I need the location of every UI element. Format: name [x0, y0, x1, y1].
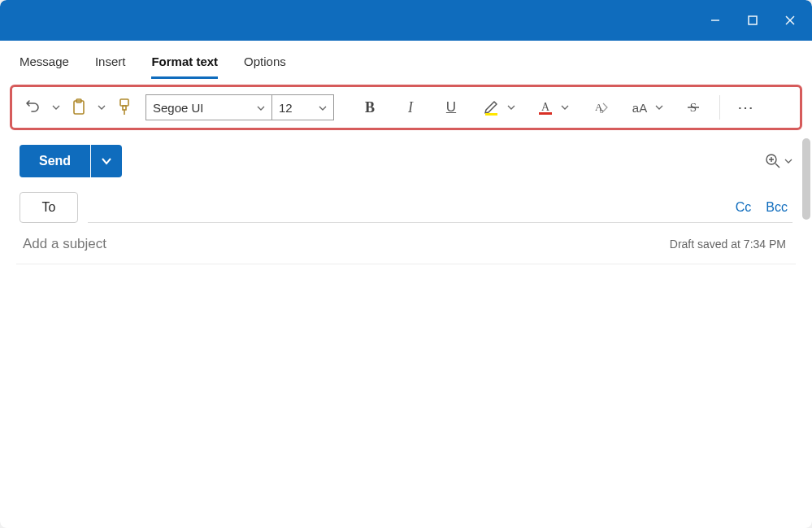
minimize-button[interactable] [697, 6, 734, 35]
undo-dropdown[interactable] [50, 94, 63, 120]
font-color-button[interactable]: A [532, 94, 558, 120]
svg-line-17 [775, 164, 779, 168]
titlebar [0, 0, 812, 41]
svg-text:A: A [541, 101, 550, 113]
to-input-line[interactable]: Cc Bcc [88, 192, 792, 223]
compose-area: Send To Cc Bcc Draft saved at 7:34 PM [0, 132, 812, 528]
subject-row: Draft saved at 7:34 PM [16, 223, 796, 264]
format-painter-icon [117, 98, 132, 116]
chevron-down-icon [98, 103, 106, 111]
ribbon-tabs: Message Insert Format text Options [0, 41, 812, 80]
strikethrough-icon: S [685, 99, 701, 116]
send-split-button: Send [20, 145, 122, 177]
ribbon-overflow-button[interactable]: ⋯ [733, 94, 759, 120]
clear-formatting-icon: Ab [589, 99, 609, 116]
recipients-row: To Cc Bcc [13, 187, 799, 223]
font-color-icon: A [536, 98, 554, 116]
chevron-down-icon [655, 103, 663, 111]
maximize-icon [747, 15, 758, 26]
bold-button[interactable]: B [357, 94, 383, 120]
scrollbar[interactable] [802, 138, 810, 220]
text-style-group: B I U A Ab [357, 94, 706, 120]
tab-insert[interactable]: Insert [95, 55, 126, 79]
close-button[interactable] [771, 6, 809, 35]
font-group: Segoe UI 12 [145, 94, 334, 120]
svg-rect-11 [539, 112, 552, 115]
to-button[interactable]: To [20, 192, 78, 223]
change-case-button[interactable]: aA [627, 94, 653, 120]
font-color-dropdown[interactable] [558, 94, 571, 120]
message-body[interactable] [13, 264, 799, 528]
chevron-down-icon [561, 103, 569, 111]
chevron-down-icon [101, 155, 112, 167]
strikethrough-button[interactable]: S [680, 94, 706, 120]
subject-input[interactable] [23, 236, 348, 252]
paste-button[interactable] [66, 94, 92, 120]
tab-message[interactable]: Message [20, 55, 69, 79]
draft-status: Draft saved at 7:34 PM [670, 238, 786, 251]
chevron-down-icon [507, 103, 515, 111]
send-button[interactable]: Send [20, 145, 90, 177]
ribbon-divider [719, 95, 720, 120]
zoom-control[interactable] [765, 153, 792, 169]
underline-button[interactable]: U [438, 94, 464, 120]
zoom-icon [765, 153, 781, 169]
bcc-link[interactable]: Bcc [766, 200, 788, 215]
close-icon [784, 15, 796, 26]
chevron-down-icon [784, 157, 792, 165]
minimize-icon [710, 15, 721, 26]
more-icon: ⋯ [737, 98, 755, 117]
font-name-select[interactable]: Segoe UI [145, 94, 272, 120]
highlight-button[interactable] [479, 94, 505, 120]
change-case-dropdown[interactable] [653, 94, 666, 120]
svg-rect-1 [749, 16, 757, 24]
chevron-down-icon [52, 103, 60, 111]
format-painter-button[interactable] [111, 94, 137, 120]
highlight-icon [483, 98, 501, 116]
tab-options[interactable]: Options [244, 55, 286, 79]
font-size-select[interactable]: 12 [272, 94, 334, 120]
clear-formatting-button[interactable]: Ab [586, 94, 612, 120]
italic-button[interactable]: I [397, 94, 423, 120]
undo-button[interactable] [20, 94, 46, 120]
svg-rect-6 [120, 99, 128, 106]
compose-window: Message Insert Format text Options [0, 0, 812, 528]
send-dropdown[interactable] [91, 145, 122, 177]
font-name-value: Segoe UI [153, 101, 204, 115]
clipboard-group [20, 94, 137, 120]
svg-rect-7 [123, 106, 126, 110]
paste-dropdown[interactable] [95, 94, 108, 120]
svg-rect-9 [485, 113, 497, 116]
cc-link[interactable]: Cc [736, 200, 752, 215]
maximize-button[interactable] [734, 6, 771, 35]
highlight-dropdown[interactable] [505, 94, 518, 120]
font-size-value: 12 [279, 101, 293, 115]
undo-icon [25, 99, 41, 116]
chevron-down-icon [257, 101, 265, 115]
chevron-down-icon [319, 101, 327, 115]
format-text-ribbon: Segoe UI 12 B I U [10, 85, 802, 130]
clipboard-icon [71, 98, 87, 116]
tab-format-text[interactable]: Format text [151, 55, 218, 79]
